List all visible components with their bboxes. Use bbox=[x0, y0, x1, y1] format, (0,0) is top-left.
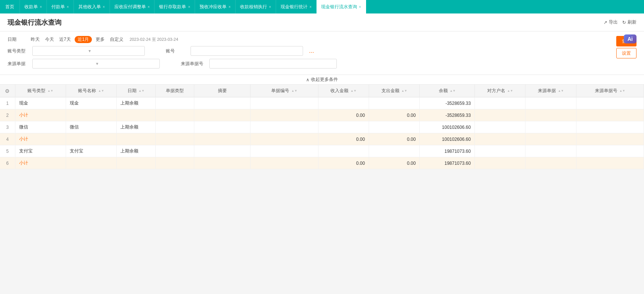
sort-icon[interactable]: ▲▼ bbox=[98, 89, 104, 93]
col-balance: 余额 ▲▼ bbox=[420, 85, 475, 97]
table-cell bbox=[155, 133, 194, 145]
ai-badge[interactable]: Ai bbox=[624, 34, 636, 43]
table-cell bbox=[251, 157, 318, 169]
more-shortcut[interactable]: 更多 bbox=[94, 36, 106, 43]
table-cell: 6 bbox=[0, 157, 15, 169]
last7-shortcut[interactable]: 近7天 bbox=[58, 36, 72, 43]
close-icon[interactable]: × bbox=[309, 5, 312, 9]
close-icon[interactable]: × bbox=[148, 5, 150, 9]
table-cell bbox=[369, 97, 419, 109]
dots-button[interactable]: ... bbox=[309, 48, 314, 54]
table-cell bbox=[194, 97, 251, 109]
close-icon[interactable]: × bbox=[103, 5, 105, 9]
filter-row-date: 日期 昨天 今天 近7天 近1月 更多 自定义 2023-02-24 至 202… bbox=[8, 36, 610, 43]
last1m-shortcut[interactable]: 近1月 bbox=[75, 36, 92, 43]
refresh-button[interactable]: ↻ 刷新 bbox=[622, 19, 636, 25]
custom-shortcut[interactable]: 自定义 bbox=[108, 36, 125, 43]
nav-tab-4[interactable]: 银行存取款单 × bbox=[155, 0, 195, 13]
table-cell bbox=[525, 121, 576, 133]
close-icon[interactable]: × bbox=[269, 5, 271, 9]
nav-tab-5[interactable]: 预收冲应收单 × bbox=[195, 0, 236, 13]
col-counterpart: 对方户名 ▲▼ bbox=[475, 85, 525, 97]
nav-home[interactable]: 首页 bbox=[0, 0, 20, 13]
col-doc-no: 单据编号 ▲▼ bbox=[251, 85, 318, 97]
table-cell bbox=[194, 145, 251, 157]
table-cell bbox=[66, 133, 116, 145]
close-icon[interactable]: × bbox=[40, 5, 42, 9]
sort-icon[interactable]: ▲▼ bbox=[351, 89, 357, 93]
nav-tab-1[interactable]: 付款单 × bbox=[47, 0, 74, 13]
today-shortcut[interactable]: 今天 bbox=[44, 36, 56, 43]
table-cell: 现金 bbox=[15, 97, 66, 109]
nav-tab-8[interactable]: 现金银行流水查询 × bbox=[317, 0, 366, 13]
table-cell bbox=[194, 109, 251, 121]
filter-row-source: 来源单据 ▾ 来源单据号 bbox=[8, 59, 636, 69]
table-cell bbox=[155, 145, 194, 157]
table-cell: 3 bbox=[0, 121, 15, 133]
table-cell: 0.00 bbox=[369, 109, 419, 121]
table-cell bbox=[525, 133, 576, 145]
source-doc-no-text-input[interactable] bbox=[212, 61, 334, 66]
sort-icon[interactable]: ▲▼ bbox=[291, 89, 297, 93]
nav-tab-7[interactable]: 现金银行统计 × bbox=[276, 0, 317, 13]
settings-button[interactable]: 设置 bbox=[616, 48, 636, 58]
col-source-doc: 来源单据 ▲▼ bbox=[525, 85, 576, 97]
page-header: 现金银行流水查询 ↗ 导出 ↻ 刷新 bbox=[0, 13, 644, 31]
table-cell bbox=[576, 121, 644, 133]
table-cell: 支付宝 bbox=[66, 145, 116, 157]
yesterday-shortcut[interactable]: 昨天 bbox=[29, 36, 41, 43]
sort-icon[interactable]: ▲▼ bbox=[450, 89, 456, 93]
table-cell: 小计 bbox=[15, 109, 66, 121]
table-cell bbox=[318, 145, 369, 157]
close-icon[interactable]: × bbox=[359, 5, 361, 9]
table-cell bbox=[475, 157, 525, 169]
account-type-label: 账号类型 bbox=[8, 48, 26, 54]
sort-icon[interactable]: ▲▼ bbox=[507, 89, 513, 93]
col-date: 日期 ▲▼ bbox=[117, 85, 156, 97]
table-cell bbox=[475, 109, 525, 121]
header-actions: ↗ 导出 ↻ 刷新 bbox=[603, 19, 636, 25]
col-summary: 摘要 bbox=[194, 85, 251, 97]
collapse-bar[interactable]: ∧ 收起更多条件 bbox=[0, 75, 644, 85]
close-icon[interactable]: × bbox=[188, 5, 190, 9]
source-doc-no-input[interactable] bbox=[209, 59, 337, 69]
table-cell: 小计 bbox=[15, 157, 66, 169]
sort-icon[interactable]: ▲▼ bbox=[138, 89, 144, 93]
table-cell bbox=[194, 121, 251, 133]
table-cell: 上期余额 bbox=[117, 145, 156, 157]
sort-icon[interactable]: ▲▼ bbox=[401, 89, 407, 93]
table-cell: -3528659.33 bbox=[420, 109, 475, 121]
sort-icon[interactable]: ▲▼ bbox=[47, 89, 53, 93]
export-button[interactable]: ↗ 导出 bbox=[603, 19, 618, 25]
table-cell bbox=[475, 133, 525, 145]
account-type-select[interactable]: ▾ bbox=[32, 46, 145, 56]
sort-icon[interactable]: ▲▼ bbox=[558, 89, 564, 93]
filter-row-account: 账号类型 ▾ 账号 ... bbox=[8, 46, 610, 56]
date-filter-label: 日期 bbox=[8, 36, 26, 43]
nav-tab-0[interactable]: 收款单 × bbox=[20, 0, 47, 13]
table-cell bbox=[117, 109, 156, 121]
account-text-input[interactable] bbox=[193, 48, 300, 54]
gear-icon[interactable]: ⚙ bbox=[5, 88, 10, 94]
account-input[interactable] bbox=[191, 46, 303, 56]
table-cell: 1 bbox=[0, 97, 15, 109]
chevron-down-icon: ▾ bbox=[89, 48, 142, 54]
sort-icon[interactable]: ▲▼ bbox=[619, 89, 625, 93]
table-body: 1现金现金上期余额-3528659.332小计0.000.00-3528659.… bbox=[0, 97, 644, 169]
table-row: 1现金现金上期余额-3528659.33 bbox=[0, 97, 644, 109]
table-cell: 19871073.60 bbox=[420, 157, 475, 169]
nav-tab-6[interactable]: 收款核销执行 × bbox=[236, 0, 276, 13]
nav-tab-2[interactable]: 其他收入单 × bbox=[74, 0, 110, 13]
table-cell bbox=[66, 109, 116, 121]
table-cell bbox=[251, 133, 318, 145]
col-account-type: 账号类型 ▲▼ bbox=[15, 85, 66, 97]
close-icon[interactable]: × bbox=[67, 5, 69, 9]
table-cell: 4 bbox=[0, 133, 15, 145]
nav-tab-3[interactable]: 应收应付调整单 × bbox=[110, 0, 155, 13]
close-icon[interactable]: × bbox=[228, 5, 231, 9]
source-doc-select[interactable]: ▾ bbox=[32, 59, 160, 69]
table-cell bbox=[117, 157, 156, 169]
table-cell bbox=[318, 121, 369, 133]
table-cell bbox=[318, 97, 369, 109]
source-doc-label: 来源单据 bbox=[8, 61, 26, 67]
